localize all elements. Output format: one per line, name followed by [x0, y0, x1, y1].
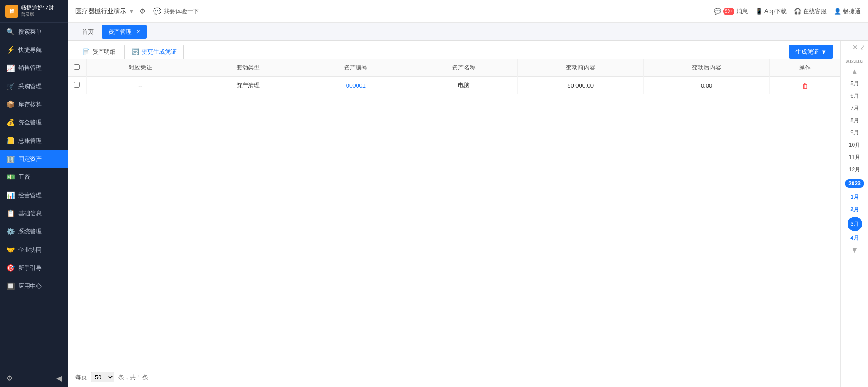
- sidebar-item-system[interactable]: ⚙️ 系统管理: [0, 223, 68, 241]
- sidebar-item-enterprise[interactable]: 🤝 企业协同: [0, 241, 68, 259]
- panel-expand-button[interactable]: ⤢: [860, 44, 865, 51]
- messages-badge: 99+: [723, 8, 734, 15]
- right-panel: ✕ ⤢ 2023.03 ▲ 5月 6月 7月 8月: [841, 41, 868, 387]
- logo-text: 畅: [10, 8, 14, 15]
- row-asset-name: 电脑: [410, 77, 517, 94]
- timeline-month-apr[interactable]: 4月: [841, 232, 868, 244]
- timeline-month-6[interactable]: 6月: [841, 90, 868, 102]
- sidebar-item-ledger[interactable]: 📒 总账管理: [0, 132, 68, 150]
- feedback-button[interactable]: 💬 我要体验一下: [153, 7, 199, 15]
- search-icon: 🔍: [6, 28, 15, 36]
- company-name: 医疗器械行业演示: [75, 7, 126, 15]
- timeline-down-button[interactable]: ▼: [841, 244, 868, 256]
- operations-icon: 📊: [6, 191, 15, 199]
- sidebar-item-label: 经营管理: [18, 191, 42, 199]
- basics-icon: 📋: [6, 209, 15, 218]
- timeline-month-feb[interactable]: 2月: [841, 203, 868, 216]
- tab-home[interactable]: 首页: [75, 25, 100, 39]
- sub-tab-change-voucher-label: 变更生成凭证: [141, 48, 177, 56]
- sidebar-item-label: 销售管理: [18, 64, 42, 72]
- delete-icon[interactable]: 🗑: [802, 82, 808, 89]
- pagination: 每页 50 10 20 100 条，共 1 条: [68, 367, 840, 387]
- user-button[interactable]: 👤 畅捷通: [834, 7, 861, 15]
- sidebar-logo: 畅 畅捷通好业财 普及版: [0, 0, 68, 23]
- change-voucher-icon: 🔄: [131, 48, 139, 55]
- logo-title-area: 畅捷通好业财 普及版: [21, 5, 54, 18]
- main-area: 医疗器械行业演示 ▼ ⚙ 💬 我要体验一下 💬 99+ 消息 📱 App下载 🎧…: [68, 0, 868, 387]
- apps-icon: 🔲: [6, 282, 15, 290]
- timeline-month-5[interactable]: 5月: [841, 78, 868, 90]
- generate-voucher-button[interactable]: 生成凭证 ▼: [789, 45, 833, 59]
- topbar-right: 💬 99+ 消息 📱 App下载 🎧 在线客服 👤 畅捷通: [714, 7, 861, 15]
- header-action: 操作: [769, 59, 840, 77]
- inventory-icon: 📦: [6, 100, 15, 109]
- panel-close-button[interactable]: ✕: [853, 44, 858, 51]
- row-before-change: 50,000.00: [517, 77, 643, 94]
- timeline-month-9[interactable]: 9月: [841, 127, 868, 139]
- sidebar-item-label: 资金管理: [18, 119, 42, 127]
- table-wrapper: 对应凭证 变动类型 资产编号 资产名称: [68, 59, 840, 367]
- timeline-month-10[interactable]: 10月: [841, 139, 868, 151]
- payroll-icon: 💵: [6, 173, 15, 181]
- sidebar-item-search[interactable]: 🔍 搜索菜单: [0, 23, 68, 41]
- timeline-month-12[interactable]: 12月: [841, 164, 868, 176]
- sidebar-item-quick-nav[interactable]: ⚡ 快捷导航: [0, 41, 68, 59]
- company-selector[interactable]: 医疗器械行业演示 ▼: [75, 7, 134, 15]
- sidebar-item-label: 企业协同: [18, 246, 42, 254]
- sales-icon: 📈: [6, 64, 15, 72]
- timeline-month-mar[interactable]: 3月: [848, 217, 862, 231]
- sidebar-item-apps[interactable]: 🔲 应用中心: [0, 277, 68, 295]
- sidebar-item-operations[interactable]: 📊 经营管理: [0, 186, 68, 204]
- right-panel-header: ✕ ⤢: [841, 41, 868, 54]
- row-asset-no: 000001: [302, 77, 410, 94]
- purchase-icon: 🛒: [6, 82, 15, 90]
- collapse-icon[interactable]: ◀: [56, 374, 62, 382]
- sidebar-item-payroll[interactable]: 💵 工资: [0, 168, 68, 186]
- row-voucher: --: [86, 77, 194, 94]
- select-all-checkbox[interactable]: [74, 64, 80, 70]
- header-asset-no: 资产编号: [302, 59, 410, 77]
- sub-tab-change-voucher[interactable]: 🔄 变更生成凭证: [124, 45, 184, 59]
- logo-title: 畅捷通好业财: [21, 5, 54, 12]
- page-size-select[interactable]: 50 10 20 100: [91, 372, 114, 382]
- logo-icon: 畅: [5, 5, 18, 18]
- content-area: 📄 资产明细 🔄 变更生成凭证 生成凭证 ▼: [68, 41, 868, 387]
- tab-asset-management[interactable]: 资产管理 ✕: [102, 25, 147, 39]
- sidebar-item-inventory[interactable]: 📦 库存核算: [0, 95, 68, 114]
- timeline-month-11[interactable]: 11月: [841, 151, 868, 164]
- app-download-button[interactable]: 📱 App下载: [755, 7, 787, 15]
- header-checkbox-cell: [68, 59, 86, 77]
- tab-home-label: 首页: [82, 28, 94, 35]
- timeline-year-badge[interactable]: 2023: [845, 179, 864, 188]
- timeline-month-jan[interactable]: 1月: [841, 191, 868, 203]
- header-before-change: 变动前内容: [517, 59, 643, 77]
- header-voucher: 对应凭证: [86, 59, 194, 77]
- sidebar-item-basics[interactable]: 📋 基础信息: [0, 204, 68, 223]
- app-download-label: App下载: [764, 7, 787, 15]
- timeline-up-button[interactable]: ▲: [841, 66, 868, 78]
- messages-button[interactable]: 💬 99+ 消息: [714, 7, 748, 15]
- row-after-change: 0.00: [644, 77, 769, 94]
- sidebar-item-finance[interactable]: 💰 资金管理: [0, 114, 68, 132]
- timeline: 2023.03 ▲ 5月 6月 7月 8月 9月: [841, 54, 868, 387]
- generate-voucher-label: 生成凭证: [795, 48, 819, 56]
- sidebar-item-purchase[interactable]: 🛒 采购管理: [0, 77, 68, 95]
- customer-service-button[interactable]: 🎧 在线客服: [794, 7, 827, 15]
- sidebar-item-label: 搜索菜单: [18, 28, 42, 36]
- sidebar-bottom: ⚙ ◀: [0, 369, 68, 387]
- timeline-month-8[interactable]: 8月: [841, 114, 868, 127]
- sidebar-item-sales[interactable]: 📈 销售管理: [0, 59, 68, 77]
- sub-tab-asset-detail-label: 资产明细: [92, 48, 116, 56]
- nav-tabs: 首页 资产管理 ✕: [68, 23, 868, 41]
- timeline-month-7[interactable]: 7月: [841, 102, 868, 114]
- topbar-gear-icon[interactable]: ⚙: [139, 7, 146, 15]
- guide-icon: 🎯: [6, 264, 15, 272]
- sub-tab-asset-detail[interactable]: 📄 资产明细: [75, 45, 123, 59]
- pagination-total: 条，共 1 条: [118, 373, 148, 382]
- settings-icon[interactable]: ⚙: [6, 374, 13, 382]
- row-checkbox[interactable]: [74, 82, 80, 88]
- sidebar-item-fixed-assets[interactable]: 🏢 固定资产: [0, 150, 68, 168]
- logo-edition: 普及版: [21, 11, 54, 18]
- tab-close-icon[interactable]: ✕: [136, 29, 140, 35]
- sidebar-item-guide[interactable]: 🎯 新手引导: [0, 259, 68, 277]
